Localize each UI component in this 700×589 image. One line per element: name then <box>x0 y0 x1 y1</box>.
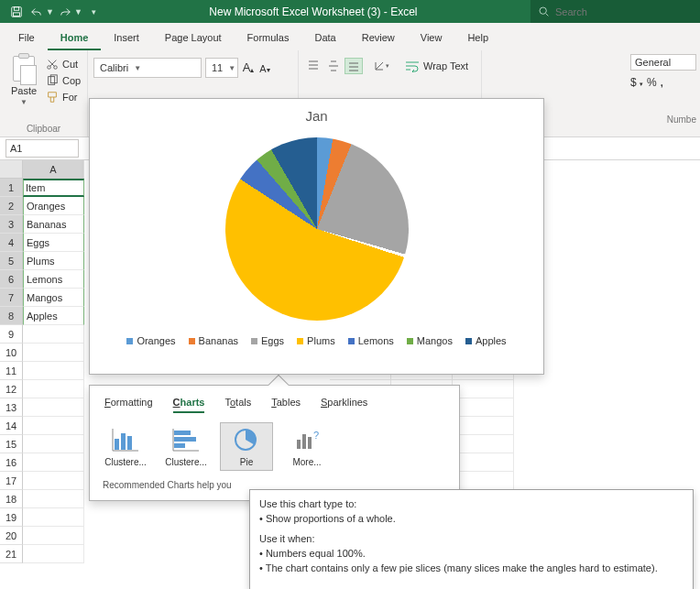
paste-button[interactable]: Paste ▼ <box>5 54 42 106</box>
cell[interactable] <box>453 472 514 490</box>
cell[interactable] <box>23 380 84 398</box>
name-box[interactable]: A1 <box>5 139 79 158</box>
row-header[interactable]: 14 <box>0 417 23 435</box>
cell[interactable]: Oranges <box>23 197 84 215</box>
tab-insert[interactable]: Insert <box>101 27 152 50</box>
qa-tab-totals[interactable]: Totals <box>224 397 251 413</box>
cell[interactable] <box>23 453 84 472</box>
orientation-icon[interactable]: ▾ <box>372 58 390 74</box>
cell[interactable] <box>453 380 514 398</box>
row-header[interactable]: 8 <box>0 307 23 325</box>
row-header[interactable]: 3 <box>0 215 23 234</box>
cell[interactable] <box>23 545 84 563</box>
tab-help[interactable]: Help <box>454 27 501 50</box>
cell[interactable]: Plums <box>23 252 84 270</box>
qa-option-pie[interactable]: Pie <box>220 422 273 471</box>
tab-view[interactable]: View <box>408 27 455 50</box>
redo-dropdown[interactable]: ▼ <box>74 7 82 16</box>
percent-icon[interactable]: % <box>647 76 657 89</box>
cell[interactable] <box>23 435 84 453</box>
qa-tab-charts[interactable]: Charts <box>173 397 205 413</box>
cell[interactable]: Lemons <box>23 270 84 289</box>
more-charts-icon: ? <box>291 426 323 453</box>
row-header[interactable]: 9 <box>0 325 23 344</box>
legend-swatch <box>297 338 303 344</box>
font-size-select[interactable]: 11▼ <box>205 58 238 78</box>
search-input[interactable] <box>555 6 682 17</box>
font-name-select[interactable]: Calibri▼ <box>93 58 202 78</box>
cell[interactable] <box>453 453 514 472</box>
row-header[interactable]: 1 <box>0 179 23 197</box>
legend-label: Oranges <box>137 335 175 346</box>
row-header[interactable]: 12 <box>0 380 23 398</box>
row-header[interactable]: 20 <box>0 527 23 545</box>
cut-button[interactable]: Cut <box>46 57 81 71</box>
increase-font-icon[interactable]: A▴ <box>242 61 255 74</box>
qa-tab-sparklines[interactable]: Sparklines <box>321 397 367 413</box>
row-header[interactable]: 4 <box>0 234 23 252</box>
row-header[interactable]: 17 <box>0 472 23 490</box>
row-header[interactable]: 5 <box>0 252 23 270</box>
group-clipboard-label: Clipboar <box>5 124 82 134</box>
cell[interactable] <box>23 362 84 380</box>
row-header[interactable]: 21 <box>0 545 23 563</box>
tab-file[interactable]: File <box>5 27 48 50</box>
undo-dropdown[interactable]: ▼ <box>46 7 54 16</box>
column-header[interactable]: A <box>23 160 84 179</box>
format-painter-button[interactable]: For <box>46 90 81 104</box>
copy-icon <box>46 74 59 87</box>
cell[interactable] <box>23 472 84 490</box>
redo-icon[interactable] <box>56 3 74 21</box>
row-header[interactable]: 10 <box>0 344 23 362</box>
wrap-text-button[interactable]: Wrap Text <box>399 56 474 76</box>
align-top-icon[interactable] <box>304 58 323 74</box>
qa-tab-tables[interactable]: Tables <box>271 397 301 413</box>
comma-icon[interactable]: , <box>661 76 663 89</box>
cell[interactable] <box>453 435 514 453</box>
qa-tab-formatting[interactable]: FFormattingormatting <box>104 397 153 413</box>
row-header[interactable]: 11 <box>0 362 23 380</box>
align-bottom-icon[interactable] <box>345 58 363 74</box>
cell[interactable] <box>23 325 84 344</box>
cell[interactable]: Mangos <box>23 289 84 307</box>
row-header[interactable]: 16 <box>0 453 23 472</box>
qa-option-clustered-1[interactable]: Clustere... <box>99 422 152 471</box>
cell[interactable] <box>23 527 84 545</box>
row-header[interactable]: 6 <box>0 270 23 289</box>
qa-option-more[interactable]: ? More... <box>280 422 334 471</box>
cell[interactable] <box>23 344 84 362</box>
number-format-select[interactable]: General <box>630 54 696 71</box>
cell[interactable] <box>453 398 514 417</box>
cell[interactable]: Item <box>23 179 84 197</box>
row-header[interactable]: 2 <box>0 197 23 215</box>
align-middle-icon[interactable] <box>324 58 343 74</box>
cell[interactable] <box>23 508 84 527</box>
tab-home[interactable]: Home <box>48 27 102 50</box>
currency-icon[interactable]: $ ▾ <box>630 76 643 89</box>
search-box[interactable] <box>530 0 700 23</box>
tab-formulas[interactable]: Formulas <box>235 27 302 50</box>
row-header[interactable]: 19 <box>0 508 23 527</box>
row-header[interactable]: 15 <box>0 435 23 453</box>
row-header[interactable]: 7 <box>0 289 23 307</box>
cell[interactable] <box>23 417 84 435</box>
copy-button[interactable]: Cop <box>46 73 81 88</box>
cell[interactable] <box>23 490 84 508</box>
row-header[interactable]: 13 <box>0 398 23 417</box>
tab-data[interactable]: Data <box>301 27 348 50</box>
select-all-corner[interactable] <box>0 160 23 179</box>
tab-review[interactable]: Review <box>349 27 408 50</box>
qa-option-clustered-2[interactable]: Clustere... <box>159 422 213 471</box>
tab-page-layout[interactable]: Page Layout <box>152 27 235 50</box>
row-header[interactable]: 18 <box>0 490 23 508</box>
cell[interactable]: Apples <box>23 307 84 325</box>
save-icon[interactable] <box>7 3 26 21</box>
chevron-down-icon[interactable]: ▼ <box>20 98 27 106</box>
cell[interactable]: Bananas <box>23 215 84 234</box>
copy-label: Cop <box>62 75 81 86</box>
cell[interactable] <box>23 398 84 417</box>
undo-icon[interactable] <box>27 3 46 21</box>
decrease-font-icon[interactable]: A▾ <box>258 61 271 74</box>
cell[interactable]: Eggs <box>23 234 84 252</box>
cell[interactable] <box>453 417 514 435</box>
